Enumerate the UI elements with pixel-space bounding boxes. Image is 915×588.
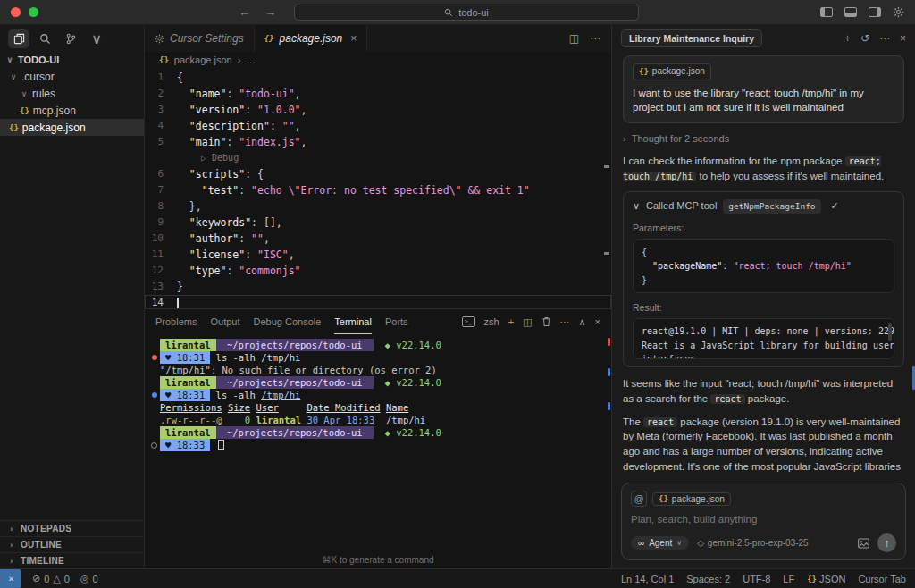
mcp-tool-header[interactable]: ∨ Called MCP tool getNpmPackageInfo ✓	[633, 199, 894, 214]
command-fail-decoration-icon[interactable]	[148, 355, 160, 360]
toggle-panel-icon[interactable]	[844, 7, 857, 17]
encoding-setting[interactable]: UTF-8	[743, 574, 770, 584]
context-file-chip[interactable]: {} package.json	[652, 492, 731, 506]
chat-title-tab[interactable]: Library Maintenance Inquiry	[621, 29, 762, 47]
line-text: "description": "",	[177, 118, 301, 134]
new-chat-icon[interactable]: +	[844, 32, 851, 45]
forward-icon[interactable]: →	[264, 5, 276, 19]
code-line[interactable]: 3 "version": "1.0.0",	[145, 102, 611, 118]
tab-terminal[interactable]: Terminal	[334, 309, 372, 334]
tree-item--cursor[interactable]: ∨.cursor	[0, 68, 144, 85]
tab-package-json[interactable]: {} package.json ×	[255, 25, 368, 52]
command-ok-decoration-icon[interactable]	[148, 392, 160, 398]
thought-toggle[interactable]: › Thought for 2 seconds	[623, 132, 904, 147]
code-line[interactable]: 1{	[145, 70, 611, 86]
shell-label[interactable]: zsh	[484, 316, 499, 327]
line-text	[177, 295, 179, 308]
more-actions-icon[interactable]: ⋯	[590, 32, 600, 45]
context-file-chip[interactable]: {} package.json	[633, 63, 711, 80]
chat-input-box[interactable]: @ {} package.json Plan, search, build an…	[621, 483, 906, 560]
input-context-row: @ {} package.json	[631, 491, 896, 507]
codelens-row[interactable]: ▷ Debug	[145, 150, 611, 166]
section-outline[interactable]: › OUTLINE	[0, 536, 144, 552]
maximize-panel-icon[interactable]: ∧	[579, 316, 586, 328]
gutter-spacer	[148, 380, 160, 385]
chat-history-icon[interactable]: ↺	[860, 32, 869, 45]
search-view-icon[interactable]	[34, 29, 55, 48]
code-line[interactable]: 8 },	[145, 198, 611, 214]
codelens-label[interactable]: Debug	[212, 153, 239, 163]
gear-icon[interactable]	[893, 6, 904, 18]
cursor-tab-toggle[interactable]: Cursor Tab	[858, 574, 906, 584]
code-line[interactable]: 9 "keywords": [],	[145, 214, 611, 231]
close-icon[interactable]: ×	[350, 32, 357, 45]
trash-icon[interactable]	[541, 316, 551, 327]
indentation-setting[interactable]: Spaces: 2	[686, 574, 730, 584]
terminal-line: "/tmp/hi": No such file or directory (os…	[148, 364, 611, 376]
toggle-secondary-sidebar-icon[interactable]	[869, 7, 881, 17]
code-editor[interactable]: 1{2 "name": "todo-ui",3 "version": "1.0.…	[145, 68, 611, 308]
source-control-icon[interactable]	[60, 29, 81, 48]
new-terminal-icon[interactable]: +	[508, 316, 514, 327]
problems-indicator[interactable]: ⊘ 0 △ 0	[32, 573, 70, 584]
attach-image-icon[interactable]	[858, 538, 869, 549]
split-terminal-icon[interactable]: ◫	[523, 316, 532, 328]
tab-debug-console[interactable]: Debug Console	[254, 309, 322, 334]
code-line[interactable]: 12 "type": "commonjs"	[145, 263, 611, 279]
line-text: "type": "commonjs"	[177, 263, 301, 279]
chat-input-placeholder[interactable]: Plan, search, build anything	[631, 514, 896, 525]
mode-selector[interactable]: ∞ Agent ∨	[631, 536, 689, 550]
window-close-button[interactable]	[11, 7, 21, 17]
code-line[interactable]: 13}	[145, 279, 611, 295]
close-panel-icon[interactable]: ×	[595, 316, 600, 327]
tab-output[interactable]: Output	[210, 309, 239, 334]
tree-item-mcp-json[interactable]: {}mcp.json	[0, 102, 144, 119]
language-mode[interactable]: {} JSON	[807, 574, 845, 584]
model-selector[interactable]: ◇ gemini-2.5-pro-exp-03-25	[697, 538, 809, 548]
alert-count: 0	[93, 574, 98, 584]
json-file-icon: {}	[20, 106, 29, 115]
code-line[interactable]: 10 "author": "",	[145, 231, 611, 247]
code-line[interactable]: 7 "test": "echo \"Error: no test specifi…	[145, 182, 611, 198]
thought-label: Thought for 2 seconds	[632, 132, 729, 147]
more-actions-icon[interactable]: ⋯	[879, 32, 890, 45]
send-button[interactable]: ↑	[877, 533, 896, 552]
explorer-icon[interactable]	[8, 29, 29, 48]
remote-indicator[interactable]: ›‹	[0, 569, 21, 588]
window-zoom-button[interactable]	[29, 7, 38, 17]
tree-item-package-json[interactable]: {}package.json	[0, 119, 144, 136]
command-pending-decoration-icon[interactable]	[148, 442, 160, 449]
debug-play-icon[interactable]: ▷	[201, 153, 212, 163]
code-line[interactable]: 2 "name": "todo-ui",	[145, 86, 611, 102]
scrollbar-thumb[interactable]	[888, 323, 892, 341]
tab-cursor-settings[interactable]: Cursor Settings	[145, 25, 255, 52]
section-timeline[interactable]: › TIMELINE	[0, 552, 144, 568]
eol-setting[interactable]: LF	[783, 574, 794, 584]
cursor-position[interactable]: Ln 14, Col 1	[621, 574, 674, 584]
alerts-indicator[interactable]: ◎ 0	[80, 573, 98, 584]
split-editor-icon[interactable]: ◫	[569, 32, 579, 45]
code-line[interactable]: 6 "scripts": {	[145, 166, 611, 182]
command-center-search[interactable]: todo-ui	[294, 4, 639, 21]
views-chevron-icon[interactable]: ∨	[86, 29, 107, 48]
code-line[interactable]: 14	[145, 295, 611, 308]
toggle-primary-sidebar-icon[interactable]	[820, 7, 833, 17]
code-line[interactable]: 4 "description": "",	[145, 118, 611, 134]
cursor-window: ← → todo-ui ∨ ∨	[0, 0, 915, 588]
chat-body[interactable]: {} package.json I want to use the librar…	[612, 52, 915, 477]
breadcrumb[interactable]: {} package.json › …	[145, 52, 611, 68]
tab-ports[interactable]: Ports	[385, 309, 408, 334]
tool-result-code[interactable]: react@19.1.0 | MIT | deps: none | versio…	[633, 318, 894, 359]
more-actions-icon[interactable]: ⋯	[560, 316, 570, 328]
back-icon[interactable]: ←	[239, 5, 250, 19]
code-line[interactable]: 11 "license": "ISC",	[145, 247, 611, 263]
add-context-button[interactable]: @	[631, 491, 647, 507]
close-icon[interactable]: ×	[900, 32, 906, 45]
terminal-output[interactable]: lirantal ~/projects/repos/todo-ui ◆ v22.…	[145, 334, 611, 550]
explorer-root-folder[interactable]: ∨ TODO-UI	[0, 52, 144, 68]
section-notepads[interactable]: › NOTEPADS	[0, 520, 144, 536]
tree-item-rules[interactable]: ∨rules	[0, 85, 144, 102]
breadcrumb-more[interactable]: …	[246, 55, 256, 65]
tab-problems[interactable]: Problems	[155, 309, 197, 334]
code-line[interactable]: 5 "main": "index.js",	[145, 134, 611, 150]
